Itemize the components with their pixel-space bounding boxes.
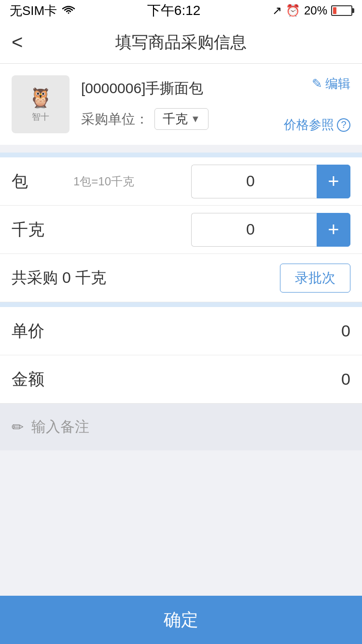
unit-price-label: 单价 — [12, 320, 44, 342]
summary-text: 共采购 0 千克 — [12, 267, 106, 289]
pencil-icon: ✏ — [12, 419, 24, 435]
unit-arrow-icon: ▼ — [191, 113, 200, 125]
amount-row: 金额 0 — [0, 355, 362, 404]
location-icon: ↗ — [272, 4, 282, 17]
status-time: 下午6:12 — [147, 1, 201, 20]
status-left: 无SIM卡 — [10, 2, 75, 19]
kg-input-row: 千克 + — [0, 206, 362, 254]
bag-plus-button[interactable]: + — [317, 165, 350, 198]
back-button[interactable]: < — [12, 31, 23, 53]
edit-label: 编辑 — [325, 75, 350, 92]
alarm-icon: ⏰ — [286, 4, 300, 17]
summary-row: 共采购 0 千克 录批次 — [0, 254, 362, 302]
amount-label: 金额 — [12, 368, 44, 391]
product-image-label: 智十 — [32, 111, 49, 123]
battery-percentage: 20% — [304, 4, 327, 17]
battery-icon — [331, 5, 352, 16]
edit-button[interactable]: ✎ 编辑 — [312, 75, 350, 92]
price-ref-icon: ? — [337, 118, 350, 132]
price-ref-button[interactable]: 价格参照 ? — [284, 116, 350, 133]
amount-value: 0 — [341, 370, 350, 389]
remark-section[interactable]: ✏ 输入备注 — [0, 404, 362, 450]
bottom-bar: 确定 — [0, 596, 362, 644]
kg-plus-button[interactable]: + — [317, 213, 350, 247]
edit-icon: ✎ — [312, 76, 322, 91]
bag-input-row: 包 1包=10千克 + — [0, 157, 362, 206]
kg-label: 千克 — [12, 219, 70, 241]
bag-label: 包 — [12, 170, 70, 193]
product-card: 🦉 智十 [0000006]手撕面包 采购单位： 千克 ▼ ✎ 编辑 价格参照 … — [0, 64, 362, 145]
bag-input[interactable] — [191, 165, 317, 198]
product-name: [0000006]手撕面包 — [81, 79, 350, 98]
product-owl-icon: 🦉 — [28, 86, 53, 109]
confirm-button[interactable]: 确定 — [0, 596, 362, 644]
wifi-icon — [62, 3, 75, 18]
bag-sublabel: 1包=10千克 — [73, 174, 134, 189]
record-batch-button[interactable]: 录批次 — [280, 264, 350, 293]
product-image: 🦉 智十 — [12, 75, 70, 133]
carrier-text: 无SIM卡 — [10, 2, 57, 19]
section-divider-2 — [0, 302, 362, 307]
page-title: 填写商品采购信息 — [115, 31, 247, 54]
remark-placeholder: 输入备注 — [31, 417, 89, 437]
unit-value: 千克 — [163, 111, 188, 127]
kg-input[interactable] — [191, 213, 317, 247]
price-ref-label: 价格参照 — [284, 116, 334, 133]
status-right: ↗ ⏰ 20% — [272, 4, 352, 17]
unit-label: 采购单位： — [81, 110, 149, 128]
kg-input-group: + — [191, 213, 350, 247]
nav-bar: < 填写商品采购信息 — [0, 21, 362, 64]
bag-input-group: + — [191, 165, 350, 198]
status-bar: 无SIM卡 下午6:12 ↗ ⏰ 20% — [0, 0, 362, 21]
unit-price-value: 0 — [341, 322, 350, 340]
section-divider-1 — [0, 153, 362, 157]
unit-price-row: 单价 0 — [0, 307, 362, 355]
unit-selector[interactable]: 千克 ▼ — [154, 108, 209, 130]
